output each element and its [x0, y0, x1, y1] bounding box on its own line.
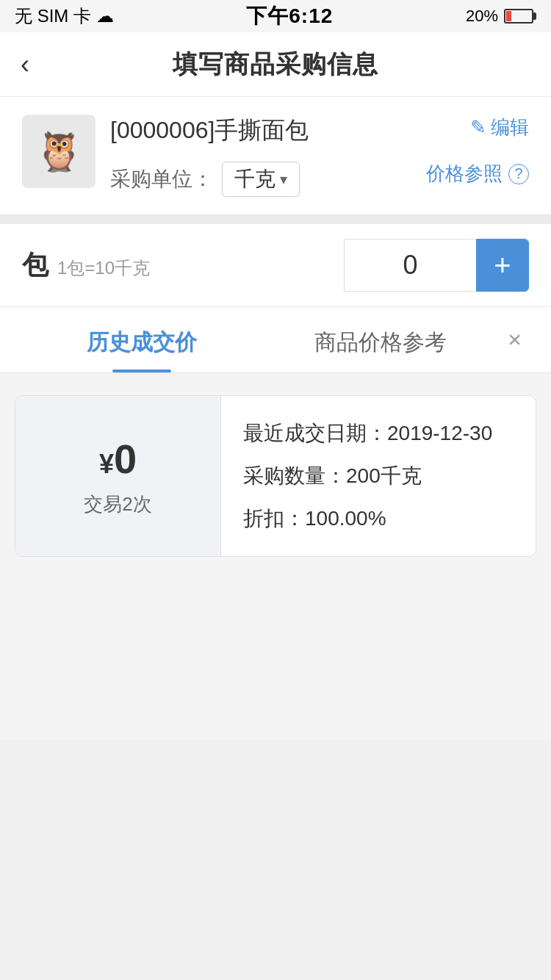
discount-value: 100.00%: [305, 507, 386, 530]
nav-bar: ‹ 填写商品采购信息: [0, 32, 551, 97]
page-title: 填写商品采购信息: [173, 48, 378, 82]
quantity-controls: 0 +: [344, 239, 529, 292]
product-logo-icon: 🦉: [35, 129, 83, 174]
product-info: [0000006]手撕面包 采购单位： 千克 ▾: [110, 115, 426, 197]
battery-icon: [504, 9, 536, 24]
network-label: 无 SIM 卡 ☁: [15, 4, 114, 28]
edit-button[interactable]: ✎ 编辑: [470, 115, 529, 140]
content-area: ¥0 交易2次 最近成交日期：2019-12-30 采购数量：200千克 折扣：…: [0, 373, 551, 741]
tab-product-price-ref[interactable]: 商品价格参考: [262, 307, 501, 372]
status-right: 20%: [466, 7, 536, 26]
chevron-down-icon: ▾: [280, 170, 287, 188]
price-reference-button[interactable]: 价格参照 ?: [426, 161, 529, 187]
quantity-unit: 包: [22, 248, 48, 284]
battery-percent: 20%: [466, 7, 498, 26]
quantity-label: 包 1包=10千克: [22, 248, 150, 284]
quantity-input[interactable]: 0: [344, 239, 476, 292]
tab-priceref-label: 商品价格参考: [314, 330, 447, 354]
purchase-quantity-value: 200千克: [346, 464, 422, 487]
info-icon: ?: [508, 164, 529, 184]
recent-date-value: 2019-12-30: [387, 422, 492, 444]
tab-history-price[interactable]: 历史成交价: [22, 307, 262, 372]
quantity-plus-button[interactable]: +: [476, 239, 529, 292]
tab-close-button[interactable]: ×: [500, 326, 529, 353]
status-bar: 无 SIM 卡 ☁ 下午6:12 20%: [0, 0, 551, 32]
history-card: ¥0 交易2次 最近成交日期：2019-12-30 采购数量：200千克 折扣：…: [15, 395, 536, 557]
history-price: ¥0: [99, 435, 137, 483]
product-name: [0000006]手撕面包: [110, 115, 426, 147]
quantity-row: 包 1包=10千克 0 +: [0, 224, 551, 307]
price-ref-label: 价格参照: [426, 161, 503, 187]
price-value: 0: [114, 436, 137, 482]
purchase-quantity-row: 采购数量：200千克: [243, 461, 514, 491]
recent-date-row: 最近成交日期：2019-12-30: [243, 418, 514, 449]
quantity-convert: 1包=10千克: [57, 256, 150, 280]
status-time: 下午6:12: [246, 2, 333, 30]
history-card-left: ¥0 交易2次: [15, 396, 221, 556]
edit-icon: ✎: [470, 116, 486, 139]
history-card-right: 最近成交日期：2019-12-30 采购数量：200千克 折扣：100.00%: [221, 396, 536, 556]
tabs-bar: 历史成交价 商品价格参考 ×: [0, 307, 551, 373]
back-button[interactable]: ‹: [21, 49, 29, 80]
divider: [0, 215, 551, 224]
product-card: 🦉 [0000006]手撕面包 采购单位： 千克 ▾ ✎ 编辑 价格参照: [0, 97, 551, 215]
purchase-unit-label: 采购单位：: [110, 165, 213, 193]
recent-date-label: 最近成交日期：: [243, 422, 387, 444]
currency-symbol: ¥: [99, 449, 114, 479]
unit-value: 千克: [234, 165, 276, 193]
tab-underline: [112, 370, 171, 372]
discount-row: 折扣：100.00%: [243, 503, 514, 534]
unit-select[interactable]: 千克 ▾: [222, 162, 300, 197]
discount-label: 折扣：: [243, 507, 305, 530]
history-trades: 交易2次: [84, 491, 151, 517]
purchase-quantity-label: 采购数量：: [243, 464, 346, 487]
product-thumbnail: 🦉: [22, 115, 96, 188]
status-left: 无 SIM 卡 ☁: [15, 4, 114, 28]
tab-history-label: 历史成交价: [87, 330, 197, 354]
